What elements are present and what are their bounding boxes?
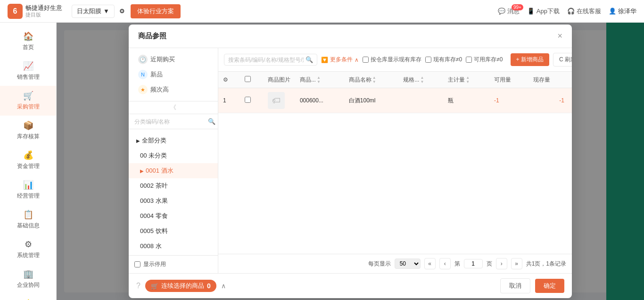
new-product-icon: N	[138, 70, 148, 79]
sidebar-item-home[interactable]: 🏠 首页	[0, 26, 56, 56]
sidebar-item-purchase[interactable]: 🛒 采购管理	[0, 86, 56, 116]
cat-item-tea[interactable]: 0002 茶叶	[129, 178, 218, 193]
row-checkbox[interactable]	[245, 97, 251, 103]
enterprise-icon: 🏢	[23, 269, 33, 279]
sidebar-item-inventory[interactable]: 📦 库存核算	[0, 116, 56, 145]
logo-area: 6 畅捷通好生意 捷目版	[8, 4, 62, 19]
modal-title: 商品参照	[138, 32, 166, 41]
refresh-btn[interactable]: C 刷新	[553, 53, 572, 67]
per-page-select[interactable]: 50 100 200	[395, 258, 421, 269]
app-download-btn[interactable]: 📱 App下载	[527, 7, 560, 16]
system-icon: ⚙	[25, 239, 32, 250]
modal-footer: ? 🛒 连续选择的商品 0 ∧ 取消 确定	[129, 273, 572, 298]
page-next-btn[interactable]: ›	[496, 258, 507, 269]
messages-btn[interactable]: 💬 消息 99+	[498, 7, 520, 16]
col-settings[interactable]: ⚙	[218, 72, 240, 88]
sales-icon: 📈	[23, 61, 33, 71]
sidebar-item-home-label: 首页	[23, 43, 34, 51]
continuous-select-label: 连续选择的商品	[161, 282, 204, 290]
category-search-input[interactable]	[134, 118, 205, 125]
category-search-icon[interactable]: 🔍	[208, 118, 215, 125]
confirm-btn[interactable]: 确定	[535, 279, 564, 293]
page-number-input[interactable]	[464, 259, 483, 268]
main-layout: 🏠 首页 📈 销售管理 🛒 采购管理 📦 库存核算 💰 资金管理 📊 经营管理 …	[0, 23, 644, 300]
col-usable[interactable]: 可用量	[489, 72, 528, 88]
cart-badge-btn[interactable]: 🛒 连续选择的商品 0	[145, 280, 216, 292]
cat-item-water[interactable]: 0008 水	[129, 239, 218, 254]
product-thumb: 🏷	[268, 92, 285, 109]
stock-ne0-checkbox[interactable]	[425, 57, 431, 63]
quick-item-new[interactable]: N 新品	[134, 67, 212, 82]
quick-item-recent[interactable]: 🕐 近期购买	[134, 52, 212, 67]
cat-item-all[interactable]: ▶ 全部分类	[129, 133, 218, 148]
warehouse-stock-checkbox-label[interactable]: 按仓库显示现有库存	[363, 56, 421, 64]
sidebar-item-basic-info[interactable]: 📋 基础信息	[0, 205, 56, 234]
cart-icon: 🛒	[151, 283, 158, 290]
operations-icon: 📊	[23, 180, 33, 190]
topbar-actions: 💬 消息 99+ 📱 App下载 🎧 在线客服 👤 徐泽华	[498, 7, 636, 16]
page-last-btn[interactable]: »	[511, 258, 522, 269]
store-selector[interactable]: 日太阳膜 ▼	[72, 5, 115, 18]
product-table-body: 1 🏷	[218, 88, 572, 113]
table-row[interactable]: 1 🏷	[218, 88, 572, 113]
row-unit: 瓶	[443, 88, 489, 113]
usable-ne0-checkbox-label[interactable]: 可用库存≠0	[466, 56, 503, 64]
stock-ne0-checkbox-label[interactable]: 现有库存≠0	[425, 56, 462, 64]
brand-name: 畅捷通好生意 捷目版	[25, 4, 62, 18]
inventory-icon: 📦	[23, 120, 33, 131]
topbar: 6 畅捷通好生意 捷目版 日太阳膜 ▼ ⚙ 体验行业方案 💬 消息 99+ 📱 …	[0, 0, 644, 23]
page-prev-btn[interactable]: ‹	[439, 258, 451, 269]
sidebar-item-system[interactable]: ⚙ 系统管理	[0, 234, 56, 264]
sidebar-item-guide[interactable]: 🌟 新手引导	[0, 294, 56, 300]
cat-item-fruit[interactable]: 0003 水果	[129, 193, 218, 208]
per-page-label: 每页显示	[368, 260, 391, 268]
sidebar-item-finance[interactable]: 💰 资金管理	[0, 145, 56, 175]
sidebar-item-finance-label: 资金管理	[17, 162, 40, 170]
sidebar-item-sales[interactable]: 📈 销售管理	[0, 56, 56, 86]
modal-close-btn[interactable]: ×	[557, 31, 562, 41]
product-search-icon[interactable]: 🔍	[305, 56, 313, 63]
add-product-btn[interactable]: + 新增商品	[511, 53, 549, 66]
row-num: 1	[218, 88, 240, 113]
logo-icon: 6	[8, 4, 23, 19]
sidebar-item-basic-info-label: 基础信息	[17, 222, 40, 230]
product-search-input[interactable]	[228, 57, 304, 63]
filter-more-btn[interactable]: 🔽 更多条件 ∧	[321, 56, 359, 64]
category-search: 🔍	[129, 114, 218, 129]
industry-solution-btn[interactable]: 体验行业方案	[131, 4, 181, 18]
col-product-code[interactable]: 商品... ▲▼	[295, 72, 344, 88]
help-icon[interactable]: ?	[136, 282, 140, 290]
row-img-cell: 🏷	[263, 88, 295, 113]
user-avatar[interactable]: 👤 徐泽华	[609, 7, 636, 16]
cat-item-beverage[interactable]: 0005 饮料	[129, 224, 218, 239]
page-first-btn[interactable]: «	[424, 258, 436, 269]
sidebar-item-operations[interactable]: 📊 经营管理	[0, 175, 56, 205]
gear-button[interactable]: ⚙	[119, 8, 125, 15]
col-stock[interactable]: 现存量	[528, 72, 572, 88]
cat-item-liquor[interactable]: ▶ 0001 酒水	[129, 163, 218, 178]
product-data-table: ⚙ 商品图片	[218, 72, 572, 113]
recent-purchase-icon: 🕐	[138, 55, 148, 64]
warehouse-stock-checkbox[interactable]	[363, 57, 369, 63]
cart-count: 0	[207, 282, 211, 290]
cat-item-snack[interactable]: 0004 零食	[129, 208, 218, 224]
footer-collapse-btn[interactable]: ∧	[221, 282, 226, 290]
cancel-btn[interactable]: 取消	[500, 278, 530, 293]
product-table: ⚙ 商品图片	[218, 72, 572, 254]
select-all-checkbox[interactable]	[245, 76, 251, 82]
col-product-name[interactable]: 商品名称 ▲▼	[344, 72, 399, 88]
sidebar-item-enterprise[interactable]: 🏢 企业协同	[0, 264, 56, 294]
cat-item-uncategorized[interactable]: 00 未分类	[129, 148, 218, 163]
modal-header: 商品参照 ×	[129, 25, 572, 48]
sidebar-item-operations-label: 经营管理	[17, 192, 40, 200]
page-suffix-text: 页	[487, 260, 492, 268]
quick-item-frequent[interactable]: ★ 频次高	[134, 82, 212, 97]
sidebar: 🏠 首页 📈 销售管理 🛒 采购管理 📦 库存核算 💰 资金管理 📊 经营管理 …	[0, 23, 57, 300]
col-unit[interactable]: 主计量 ▲▼	[443, 72, 489, 88]
show-disabled-checkbox[interactable]	[134, 261, 140, 267]
category-collapse-btn[interactable]: 《	[129, 101, 218, 114]
home-icon: 🏠	[23, 31, 33, 42]
usable-ne0-checkbox[interactable]	[466, 57, 472, 63]
online-service-btn[interactable]: 🎧 在线客服	[567, 7, 601, 16]
col-spec[interactable]: 规格... ▲▼	[398, 72, 443, 88]
